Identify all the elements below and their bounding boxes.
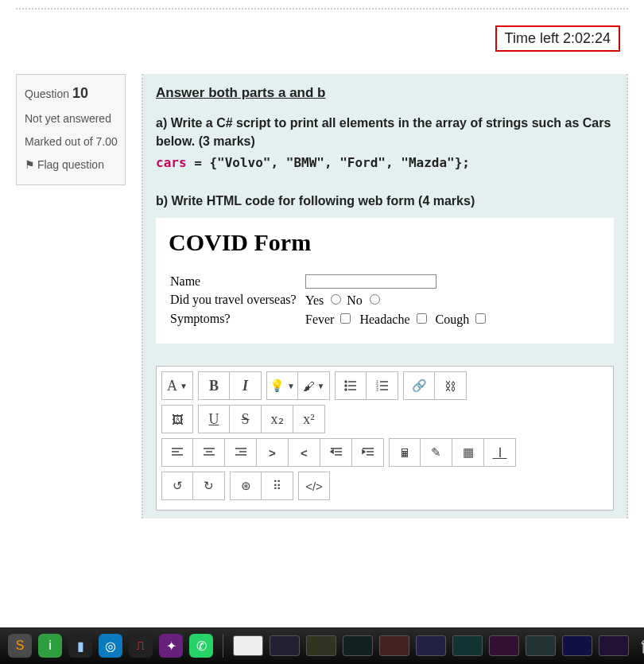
svg-point-0: [345, 381, 347, 382]
accessibility-button[interactable]: ⊛: [230, 472, 262, 500]
edit-icon: ✎: [431, 445, 441, 460]
accessibility-icon: ⊛: [241, 479, 251, 493]
undo-icon: ↺: [173, 479, 183, 493]
align-right-icon: [235, 446, 247, 459]
code-icon: </>: [305, 480, 323, 493]
svg-marker-28: [363, 450, 365, 453]
part-a-text: a) Write a C# script to print all elemen…: [156, 116, 611, 148]
number-list-button[interactable]: 123: [367, 371, 398, 400]
outdent-button[interactable]: [320, 438, 352, 467]
dock: Si▮◎⎍✦✆ 🗑: [0, 627, 644, 664]
align-center-icon: [203, 446, 215, 459]
calculator-icon: 🖩: [399, 446, 411, 460]
highlight-button[interactable]: 🖌▼: [298, 371, 330, 400]
outdent-icon: [330, 446, 343, 459]
paragraph-style-button[interactable]: A▼: [161, 371, 193, 400]
question-marked: Marked out of 7.00: [25, 134, 118, 150]
flag-label: Flag question: [37, 158, 104, 171]
dock-window-thumb[interactable]: [599, 635, 629, 656]
table-icon: ▦: [463, 445, 474, 460]
question-content: Answer both parts a and b a) Write a C# …: [142, 74, 628, 518]
italic-button[interactable]: I: [230, 371, 262, 400]
part-b-text: b) Write HTML code for following web for…: [156, 192, 614, 210]
dock-app-safari[interactable]: ◎: [99, 634, 122, 658]
bulb-icon: 💡: [270, 379, 285, 393]
clear-format-button[interactable]: Ｉ: [484, 438, 516, 467]
dock-window-thumb[interactable]: [233, 635, 263, 656]
code-rest: = {"Volvo", "BMW", "Ford", "Mazda"};: [187, 155, 470, 170]
flag-icon: ⚑: [25, 157, 34, 173]
trash-icon[interactable]: 🗑: [635, 632, 644, 659]
dock-window-thumb[interactable]: [489, 635, 519, 656]
form-sample: COVID Form Name Did you travel overseas?…: [156, 218, 614, 344]
list-ul-icon: [344, 379, 357, 392]
superscript-button[interactable]: x²: [293, 405, 325, 433]
dock-app-info[interactable]: i: [38, 634, 62, 658]
fever-checkbox[interactable]: [340, 313, 351, 324]
rtl-button[interactable]: <: [289, 438, 320, 467]
cough-checkbox[interactable]: [475, 313, 486, 324]
link-button[interactable]: 🔗: [403, 371, 435, 400]
no-radio[interactable]: [370, 294, 380, 305]
undo-button[interactable]: ↺: [161, 472, 193, 500]
svg-point-2: [345, 385, 347, 386]
align-right-button[interactable]: [225, 438, 257, 467]
align-left-button[interactable]: [161, 438, 193, 467]
dock-window-thumb[interactable]: [270, 635, 300, 656]
dock-app-whatsapp[interactable]: ✆: [189, 634, 213, 658]
link-icon: 🔗: [412, 379, 427, 393]
ltr-button[interactable]: >: [257, 438, 289, 467]
subscript-button[interactable]: x₂: [262, 405, 293, 433]
bullet-list-button[interactable]: [335, 371, 367, 400]
dock-window-thumb[interactable]: [306, 635, 336, 656]
strike-button[interactable]: S: [230, 405, 262, 433]
headache-checkbox[interactable]: [417, 313, 427, 324]
dock-window-thumb[interactable]: [379, 635, 409, 656]
dock-app-sublime[interactable]: S: [8, 634, 32, 658]
list-ol-icon: 123: [376, 379, 389, 392]
question-status: Not yet answered: [25, 111, 118, 127]
insert-char-button[interactable]: ✎: [421, 438, 452, 467]
dock-app-visualstudio[interactable]: ✦: [159, 634, 183, 658]
symptoms-label: Symptoms?: [170, 310, 304, 328]
form-heading: COVID Form: [169, 229, 601, 256]
time-left-box: Time left 2:02:24: [495, 25, 620, 52]
dock-window-thumb[interactable]: [562, 635, 592, 656]
align-center-button[interactable]: [193, 438, 225, 467]
screenreader-button[interactable]: ⠿: [262, 472, 293, 500]
unlink-icon: ⛓: [444, 379, 456, 393]
table-button[interactable]: ▦: [452, 438, 484, 467]
dock-separator: [223, 634, 223, 658]
image-button[interactable]: 🖼: [161, 405, 193, 433]
svg-marker-24: [331, 450, 333, 453]
braille-icon: ⠿: [273, 479, 281, 493]
svg-text:3: 3: [376, 387, 378, 392]
dock-window-thumb[interactable]: [416, 635, 446, 656]
font-color-button[interactable]: 💡▼: [266, 371, 298, 400]
name-input[interactable]: [305, 274, 436, 289]
redo-button[interactable]: ↻: [193, 472, 225, 500]
dock-window-thumb[interactable]: [452, 635, 483, 656]
dock-window-thumb[interactable]: [343, 635, 373, 656]
indent-icon: [362, 446, 374, 459]
bold-button[interactable]: B: [198, 371, 230, 400]
underline-button[interactable]: U: [198, 405, 230, 433]
question-word: Question: [25, 87, 69, 100]
yes-radio[interactable]: [331, 294, 341, 305]
cough-label: Cough: [436, 313, 470, 326]
align-left-icon: [171, 446, 184, 459]
travel-label: Did you travel overseas?: [170, 291, 304, 309]
dock-app-terminal[interactable]: ▮: [68, 634, 92, 658]
question-number: 10: [72, 85, 88, 101]
brush-icon: 🖌: [303, 379, 315, 393]
html-source-button[interactable]: </>: [298, 472, 330, 500]
dock-app-activity[interactable]: ⎍: [129, 634, 153, 658]
unlink-button[interactable]: ⛓: [435, 371, 467, 400]
indent-button[interactable]: [352, 438, 384, 467]
dock-window-thumb[interactable]: [526, 635, 556, 656]
no-label: No: [347, 293, 363, 307]
rich-text-editor[interactable]: A▼ B I 💡▼ 🖌▼ 123: [156, 366, 614, 511]
flag-question-link[interactable]: ⚑ Flag question: [25, 157, 118, 173]
code-keyword: cars: [156, 155, 187, 170]
equation-button[interactable]: 🖩: [389, 438, 421, 467]
